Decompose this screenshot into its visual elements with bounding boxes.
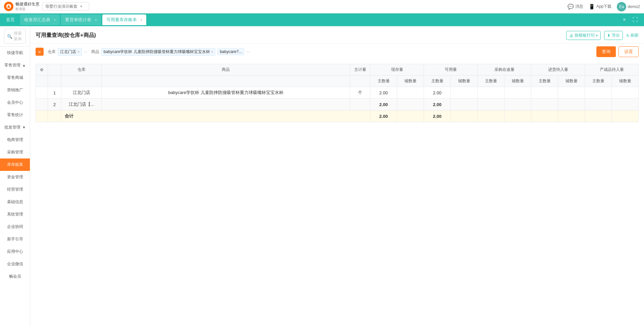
row1-check[interactable] (36, 87, 48, 99)
row1-unit: 个 (350, 87, 370, 99)
row2-incoming-pending-aux (558, 99, 585, 110)
row2-current-main: 2.00 (370, 99, 397, 110)
row2-available-aux (451, 99, 478, 110)
page-container: 可用量查询(按仓库+商品) 🖨 按模板打印 ▾ ⬆ 导出 ↻ 刷新 (30, 26, 644, 326)
search-bar: 🔍 搜索菜单 (0, 26, 30, 47)
sidebar-item-inventory[interactable]: 库存核算 (0, 158, 30, 171)
filter-expand-btn[interactable]: » (36, 48, 44, 56)
warehouse-filter-label: 仓库 (48, 49, 56, 55)
user-action[interactable]: Ea demo2 (617, 2, 640, 11)
row2-warehouse: 江北门店【... (61, 99, 102, 110)
logo-edition: 标准版 (15, 7, 40, 11)
export-label: 导出 (612, 33, 620, 38)
row1-available-aux (451, 87, 478, 99)
sidebar-label-enterprise-wechat: 企业微信 (7, 261, 23, 267)
th2-incoming-pending-aux: 辅数量 (558, 76, 585, 87)
row1-incoming-pending-main (531, 87, 558, 99)
filter-product-group: 商品 babycare学饮杯 儿童防摔防撞吸管杯重力球吸嘴杯宝宝水杯 × bab… (91, 48, 250, 56)
warehouse-filter-close-icon[interactable]: × (77, 50, 79, 54)
th2-product (102, 76, 350, 87)
sidebar-item-ecommerce[interactable]: 电商管理 (0, 134, 30, 146)
sidebar-item-operation[interactable]: 经营管理 (0, 183, 30, 196)
export-btn[interactable]: ⬆ 导出 (604, 31, 623, 40)
row2-available-main: 2.00 (424, 99, 451, 110)
sidebar-item-enterprise-collab[interactable]: 企业协同 (0, 221, 30, 233)
industry-selector[interactable]: 母婴行业演示账套 ▾ (42, 2, 89, 11)
total-purchase-transit-main (478, 110, 504, 122)
sidebar-label-new-guide: 新手引导 (7, 236, 23, 242)
sidebar-item-wholesale-mgmt[interactable]: 批发管理 ▼ (0, 121, 30, 134)
sidebar-item-enterprise-wechat[interactable]: 企业微信 (0, 258, 30, 270)
sidebar-item-marketing[interactable]: 营销推广 (0, 84, 30, 96)
product-filter-tag2[interactable]: babycare?... (217, 48, 244, 55)
tab-home[interactable]: 首页 (2, 14, 19, 25)
export-icon: ⬆ (607, 33, 610, 38)
total-check (36, 110, 48, 122)
product-filter-tag1-close-icon[interactable]: × (211, 50, 213, 54)
total-incoming-pending-aux (558, 110, 585, 122)
warehouse-filter-tag[interactable]: 江北门店 × (58, 48, 82, 56)
page-title: 可用量查询(按仓库+商品) (36, 32, 96, 39)
th-available: 可用量 (424, 64, 478, 76)
tab-available[interactable]: 可用量库存账本 × (102, 14, 146, 25)
row1-purchase-transit-aux (504, 87, 531, 99)
tab-close-all-icon[interactable]: × (621, 16, 628, 24)
search-icon: 🔍 (7, 34, 12, 39)
print-btn[interactable]: 🖨 按模板打印 ▾ (566, 31, 601, 40)
sidebar-label-wholesale-mgmt: 批发管理 (4, 125, 20, 130)
sidebar-item-basic-info[interactable]: 基础信息 (0, 196, 30, 208)
tab-receive[interactable]: 收发存汇总表 × (20, 14, 60, 25)
tab-order-stat-close-icon[interactable]: × (95, 18, 97, 22)
data-table: ⚙ 仓库 商品 主计量 现存量 可用量 采购在途量 进货待入量 产成品待入量 (36, 64, 639, 122)
th-index (48, 64, 61, 76)
table-row: 1 江北门店 babycare学饮杯 儿童防摔防撞吸管杯重力球吸嘴杯宝宝水杯 个… (36, 87, 639, 99)
product-filter-tag1[interactable]: babycare学饮杯 儿童防摔防撞吸管杯重力球吸嘴杯宝宝水杯 × (101, 48, 216, 56)
query-button[interactable]: 查询 (596, 46, 616, 57)
chevron-down-icon: ▾ (596, 34, 598, 37)
sidebar-item-system[interactable]: 系统管理 (0, 208, 30, 221)
tab-order-stat[interactable]: 要货单统计表 × (61, 14, 101, 25)
search-input-wrap[interactable]: 🔍 搜索菜单 (4, 29, 26, 44)
tab-receive-label: 收发存汇总表 (24, 17, 50, 23)
product-filter-value1: babycare学饮杯 儿童防摔防撞吸管杯重力球吸嘴杯宝宝水杯 (104, 49, 210, 55)
sidebar-item-retail-mall[interactable]: 零售商城 (0, 72, 30, 84)
main-layout: 🔍 搜索菜单 快捷导航 零售管理 ▲ 零售商城 营销推广 会员中心 零售统计 批… (0, 26, 644, 326)
tab-available-close-icon[interactable]: × (140, 18, 142, 22)
sidebar-item-quick-nav[interactable]: 快捷导航 (0, 47, 30, 59)
tab-bar: 首页 收发存汇总表 × 要货单统计表 × 可用量库存账本 × × ⛶ (0, 13, 644, 26)
th2-produced-pending-aux: 辅数量 (612, 76, 639, 87)
sidebar-item-app-center[interactable]: 应用中心 (0, 245, 30, 258)
th2-index (48, 76, 61, 87)
sidebar-item-purchase[interactable]: 采购管理 (0, 146, 30, 158)
message-action[interactable]: 💬 消息 (568, 4, 583, 10)
sidebar-label-enterprise-collab: 企业协同 (7, 224, 23, 230)
warehouse-more-icon[interactable]: ··· (84, 49, 87, 54)
total-current-main: 2.00 (370, 110, 397, 122)
sidebar-item-retail-mgmt[interactable]: 零售管理 ▲ (0, 59, 30, 72)
row1-current-aux (397, 87, 424, 99)
th2-warehouse (61, 76, 102, 87)
row1-purchase-transit-main (478, 87, 504, 99)
sidebar-item-new-guide[interactable]: 新手引导 (0, 233, 30, 245)
settings-button[interactable]: 设置 (619, 46, 639, 57)
sidebar-label-basic-info: 基础信息 (7, 199, 23, 205)
sidebar-item-finance[interactable]: 资金管理 (0, 171, 30, 183)
tab-receive-close-icon[interactable]: × (54, 18, 56, 22)
sidebar-item-member[interactable]: 会员中心 (0, 96, 30, 109)
tab-fullscreen-icon[interactable]: ⛶ (631, 16, 640, 24)
row2-check[interactable] (36, 99, 48, 110)
product-more-icon[interactable]: ··· (246, 49, 250, 54)
refresh-btn[interactable]: ↻ 刷新 (626, 33, 639, 38)
row2-purchase-transit-main (478, 99, 504, 110)
th2-available-main: 主数量 (424, 76, 451, 87)
sidebar-item-vip[interactable]: 畅会员 (0, 270, 30, 283)
logo-icon (4, 2, 13, 11)
sidebar-label-purchase: 采购管理 (7, 149, 23, 155)
app-download-action[interactable]: 📱 App下载 (589, 4, 611, 10)
sidebar-item-retail-stat[interactable]: 零售统计 (0, 109, 30, 121)
table-scroll[interactable]: ⚙ 仓库 商品 主计量 现存量 可用量 采购在途量 进货待入量 产成品待入量 (36, 64, 639, 122)
row2-purchase-transit-aux (504, 99, 531, 110)
page-header: 可用量查询(按仓库+商品) 🖨 按模板打印 ▾ ⬆ 导出 ↻ 刷新 (30, 26, 644, 43)
th-settings[interactable]: ⚙ (36, 64, 48, 76)
sidebar-label-vip: 畅会员 (9, 274, 21, 279)
